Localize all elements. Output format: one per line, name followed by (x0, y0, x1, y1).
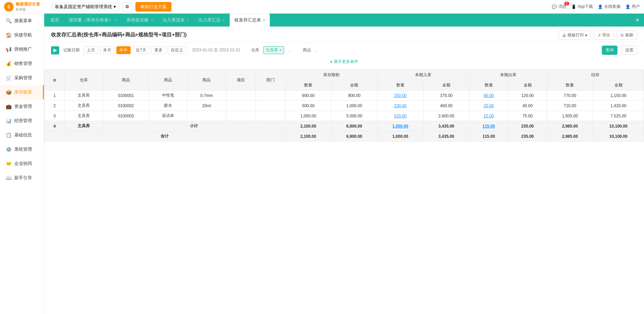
sidebar-item-search[interactable]: 🔍 搜索菜单 (0, 14, 44, 28)
subtotal-in-qty[interactable]: 1,000.00 (377, 121, 423, 131)
logo-area: 6 畅捷通好生意 标准版 (4, 1, 48, 12)
total-init-qty: 2,100.00 (285, 131, 331, 142)
col-project-header: 项目 (226, 70, 255, 90)
sidebar: 🔍 搜索菜单 🏠 快捷导航 📢 营销推广 💰 销售管理 🛒 采购管理 📦 库存核… (0, 14, 44, 314)
tab-inout-flow[interactable]: 出入库流水 × (158, 14, 194, 27)
tab-inout-summary-close[interactable]: × (222, 18, 225, 22)
filter-area: ▶ 记账日期 上月 本月 本年 近7天 更多 自定义 2023-01-01 至 … (44, 42, 644, 70)
warehouse-tag[interactable]: 文具库 × (263, 46, 284, 54)
tab-batch-account[interactable]: 库存批次账 × (122, 14, 158, 27)
logo-icon: 6 (4, 2, 14, 12)
logo-text: 畅捷通好生意 (16, 1, 40, 7)
tab-collect-summary[interactable]: 收发存汇总表 × (230, 14, 270, 27)
export-button[interactable]: ↗ 导出 (594, 31, 614, 40)
warehouse-more-button[interactable]: ... (288, 48, 292, 53)
close-all-tabs-button[interactable]: × (632, 17, 643, 24)
col-in-header: 本期入库 (377, 70, 469, 80)
col-spec-header: 商品 (187, 70, 226, 90)
expand-filter-button[interactable]: ▾ 展开更多条件 (329, 57, 360, 66)
page-title: 收发存汇总表(按仓库+商品编码+商品+规格型号+项目+部门) (51, 32, 187, 38)
col-init-header: 库存期初 (285, 70, 377, 80)
export-label: 导出 (602, 32, 610, 38)
system-selector[interactable]: 装备及固定资产辅助管理系统 ▾ (52, 3, 119, 11)
sidebar-item-label: 库存核算 (14, 89, 32, 95)
expand-label: 展开更多条件 (334, 59, 358, 65)
sidebar-item-marketing[interactable]: 📢 营销推广 (0, 42, 44, 56)
template-print-label: 模板打印 (567, 32, 584, 38)
date-btn-7days[interactable]: 近7天 (133, 46, 149, 54)
row-out-amt: 40.00 (508, 101, 547, 111)
date-btn-last-month[interactable]: 上月 (84, 46, 98, 54)
row-init-amt: 1,000.00 (331, 101, 377, 111)
tab-inout-summary[interactable]: 出入库汇总 × (194, 14, 229, 27)
sidebar-item-system[interactable]: ⚙️ 系统管理 (0, 142, 44, 156)
row-out-qty[interactable]: 20.00 (469, 101, 508, 111)
subtotal-out-qty[interactable]: 115.00 (469, 121, 508, 131)
date-btn-custom[interactable]: 自定义 (168, 46, 186, 54)
query-button[interactable]: 查询 (602, 46, 617, 55)
system-icon: ⚙️ (5, 147, 12, 152)
tab-inout-flow-close[interactable]: × (187, 18, 189, 22)
tab-home[interactable]: 首页 (46, 14, 64, 27)
row-warehouse: 文具库 (65, 90, 103, 101)
tab-stock-dist-label: 现存量（库存分布表） (69, 17, 113, 23)
user-button[interactable]: 👤 用户 (625, 4, 640, 10)
row-init-qty: 500.00 (285, 101, 331, 111)
table-wrapper: ⚙ 仓库 商品 商品 商品 项目 部门 库存期初 本期入库 本期出库 结存 (44, 70, 644, 314)
template-print-button[interactable]: 🖨 模板打印 ▾ (558, 31, 591, 40)
date-btn-more[interactable]: 更多 (151, 46, 166, 54)
refresh-button[interactable]: ↻ 刷新 (617, 31, 637, 40)
row-spec: 20ml (187, 101, 226, 111)
subtotal-out-amt: 235.00 (508, 121, 547, 131)
guide-icon: 📖 (5, 175, 12, 181)
table-row: 3 文具库 0100003 采访本 1,000.00 5,000.00 520.… (45, 111, 644, 121)
row-in-qty[interactable]: 250.00 (377, 90, 423, 101)
tab-collect-summary-label: 收发存汇总表 (234, 17, 261, 23)
top-header: 6 畅捷通好生意 标准版 装备及固定资产辅助管理系统 ▾ ⚙ 体验行业方案 💬 … (0, 0, 644, 14)
refresh-icon: ↻ (621, 33, 624, 38)
goods-more-button[interactable]: ... (315, 48, 319, 53)
row-in-qty[interactable]: 520.00 (377, 111, 423, 121)
notification-button[interactable]: 💬 消息 6 (552, 4, 566, 10)
online-service-button[interactable]: 👤 在线客服 (598, 4, 621, 10)
row-bal-qty: 710.00 (547, 101, 593, 111)
tab-inout-flow-label: 出入库流水 (163, 17, 185, 23)
row-code: 0100001 (103, 90, 149, 101)
row-bal-amt: 7,525.00 (593, 111, 644, 121)
sidebar-item-guide[interactable]: 📖 新手引导 (0, 171, 44, 185)
sidebar-item-operations[interactable]: 📊 经营管理 (0, 114, 44, 128)
row-in-qty[interactable]: 230.00 (377, 101, 423, 111)
sidebar-item-finance[interactable]: 💼 资金管理 (0, 99, 44, 114)
row-out-qty[interactable]: 15.00 (469, 111, 508, 121)
col-warehouse-header: 仓库 (65, 70, 103, 90)
try-industry-button[interactable]: 体验行业方案 (135, 2, 171, 12)
expand-arrow-icon: ▾ (330, 60, 332, 64)
tab-collect-summary-close[interactable]: × (263, 18, 265, 22)
tab-stock-dist-close[interactable]: × (115, 18, 117, 22)
settings-button[interactable]: 设置 (622, 46, 637, 55)
sidebar-item-enterprise[interactable]: 🤝 企业协同 (0, 156, 44, 171)
total-out-qty: 115.00 (469, 131, 508, 142)
row-index: 1 (45, 90, 65, 101)
sidebar-item-quick-nav[interactable]: 🏠 快捷导航 (0, 28, 44, 42)
sidebar-item-basic-info[interactable]: 📋 基础信息 (0, 128, 44, 142)
sidebar-item-purchase[interactable]: 🛒 采购管理 (0, 71, 44, 85)
date-btn-this-year[interactable]: 本年 (116, 46, 131, 54)
sidebar-item-sales[interactable]: 💰 销售管理 (0, 56, 44, 71)
sidebar-item-label: 销售管理 (14, 61, 32, 67)
filter-toggle-button[interactable]: ▶ (51, 46, 59, 54)
sidebar-item-inventory[interactable]: 📦 库存核算 (0, 85, 44, 99)
col-code-header: 商品 (103, 70, 149, 90)
settings-icon[interactable]: ⚙ (122, 2, 132, 12)
tab-bar: 首页 现存量（库存分布表） × 库存批次账 × 出入库流水 × 出入库汇总 × … (44, 14, 644, 27)
row-in-amt: 460.00 (423, 101, 469, 111)
col-bal-header: 结存 (547, 70, 644, 80)
tab-batch-account-close[interactable]: × (151, 18, 153, 22)
row-out-qty[interactable]: 80.00 (469, 90, 508, 101)
date-btn-this-month[interactable]: 本月 (100, 46, 114, 54)
tab-stock-dist[interactable]: 现存量（库存分布表） × (64, 14, 122, 27)
row-in-amt: 2,600.00 (423, 111, 469, 121)
app-download-button[interactable]: 📱 App下载 (571, 4, 593, 10)
col-settings-icon[interactable]: ⚙ (53, 78, 56, 83)
warehouse-tag-close-icon[interactable]: × (279, 48, 282, 53)
